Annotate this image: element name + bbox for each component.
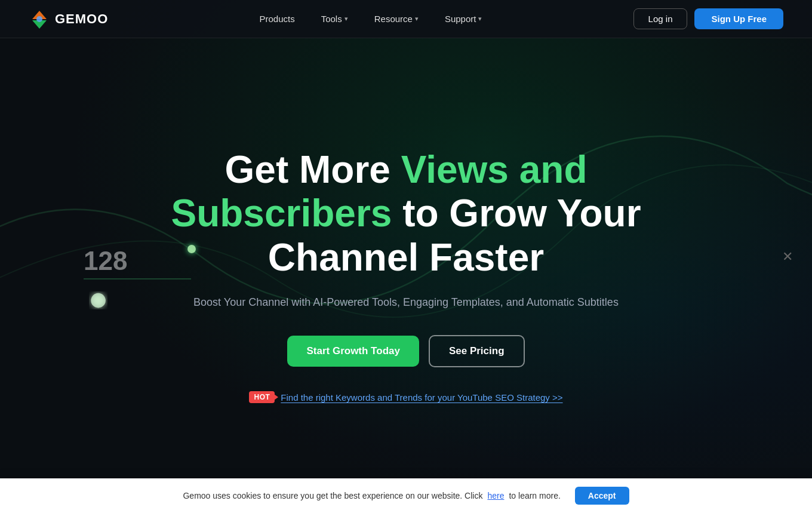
hero-title: Get More Views and Subscribers to Grow Y… bbox=[152, 148, 660, 280]
hot-link-text: Find the right Keywords and Trends for y… bbox=[281, 392, 562, 403]
hero-cta-buttons: Start Growth Today See Pricing bbox=[152, 335, 660, 367]
svg-point-2 bbox=[36, 16, 42, 22]
nav-products[interactable]: Products bbox=[248, 9, 305, 29]
cookie-message: Gemoo uses cookies to ensure you get the… bbox=[183, 491, 482, 500]
hot-banner[interactable]: HOT Find the right Keywords and Trends f… bbox=[152, 391, 660, 403]
cookie-banner: Gemoo uses cookies to ensure you get the… bbox=[0, 478, 812, 513]
navbar-actions: Log in Sign Up Free bbox=[633, 8, 783, 29]
logo-icon bbox=[29, 8, 50, 30]
nav-tools[interactable]: Tools ▾ bbox=[310, 9, 359, 29]
chevron-down-icon: ▾ bbox=[345, 15, 348, 23]
cookie-accept-button[interactable]: Accept bbox=[575, 487, 629, 505]
brand-name: GEMOO bbox=[55, 11, 108, 27]
chevron-down-icon: ▾ bbox=[415, 15, 419, 23]
login-button[interactable]: Log in bbox=[633, 8, 688, 29]
nav-menu: Products Tools ▾ Resource ▾ Support ▾ bbox=[248, 9, 493, 29]
see-pricing-button[interactable]: See Pricing bbox=[429, 335, 525, 367]
chevron-down-icon: ▾ bbox=[478, 15, 482, 23]
close-button[interactable]: ✕ bbox=[782, 250, 793, 263]
cookie-message-end: to learn more. bbox=[509, 491, 560, 500]
hero-section: 128 Get More Views and Subscribers to Gr… bbox=[0, 0, 812, 513]
navbar: GEMOO Products Tools ▾ Resource ▾ Suppor… bbox=[0, 0, 812, 38]
cookie-link[interactable]: here bbox=[487, 491, 504, 500]
signup-button[interactable]: Sign Up Free bbox=[694, 8, 783, 29]
svg-point-3 bbox=[91, 293, 106, 308]
hot-badge: HOT bbox=[249, 391, 275, 403]
start-growth-button[interactable]: Start Growth Today bbox=[287, 336, 419, 367]
hero-content: Get More Views and Subscribers to Grow Y… bbox=[137, 148, 675, 404]
hero-subtitle: Boost Your Channel with AI-Powered Tools… bbox=[152, 294, 660, 311]
logo[interactable]: GEMOO bbox=[29, 8, 108, 30]
nav-support[interactable]: Support ▾ bbox=[434, 9, 493, 29]
nav-resource[interactable]: Resource ▾ bbox=[364, 9, 429, 29]
